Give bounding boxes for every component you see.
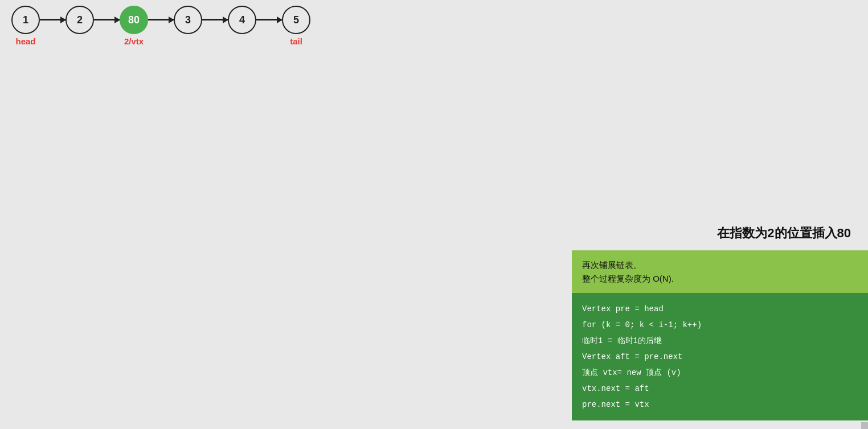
code-line-3: Vertex aft = pre.next: [582, 349, 858, 365]
node-label-node-1: head: [15, 36, 35, 46]
scrollbar-indicator[interactable]: [861, 422, 868, 429]
code-line-0: Vertex pre = head: [582, 301, 858, 317]
arrow-line-2: [148, 19, 174, 20]
code-line-4: 顶点 vtx= new 顶点 (v): [582, 365, 858, 381]
code-line-5: vtx.next = aft: [582, 381, 858, 397]
node-node-1: 1head: [11, 6, 40, 46]
node-label-node-4: [241, 36, 243, 46]
node-circle-node-1: 1: [11, 6, 40, 34]
node-node-5: 5tail: [282, 6, 310, 46]
code-line-1: for (k = 0; k < i-1; k++): [582, 317, 858, 333]
node-label-node-3: [187, 36, 189, 46]
arrow-2: [148, 19, 174, 20]
arrow-line-1: [94, 19, 120, 20]
node-label-node-80: 2/vtx: [124, 36, 144, 46]
node-circle-node-3: 3: [174, 6, 202, 34]
node-label-node-5: tail: [290, 36, 302, 46]
arrow-line-3: [202, 19, 228, 20]
description-box: 再次铺展链表。 整个过程复杂度为 O(N).: [572, 250, 868, 294]
code-line-2: 临时1 = 临时1的后继: [582, 333, 858, 349]
arrow-1: [94, 19, 120, 20]
desc-line-2: 整个过程复杂度为 O(N).: [582, 272, 858, 286]
linked-list: 1head2 802/vtx3 4 5tail: [11, 6, 310, 46]
arrow-3: [202, 19, 228, 20]
node-circle-node-5: 5: [282, 6, 310, 34]
arrow-line-4: [256, 19, 282, 20]
code-line-6: pre.next = vtx: [582, 397, 858, 412]
node-circle-node-80: 80: [120, 6, 148, 34]
desc-line-1: 再次铺展链表。: [582, 258, 858, 272]
node-label-node-2: [79, 36, 81, 46]
node-node-2: 2: [65, 6, 94, 46]
node-circle-node-2: 2: [65, 6, 94, 34]
node-circle-node-4: 4: [228, 6, 256, 34]
node-node-4: 4: [228, 6, 256, 46]
arrow-0: [40, 19, 65, 20]
node-node-80: 802/vtx: [120, 6, 148, 46]
arrow-4: [256, 19, 282, 20]
code-box: Vertex pre = headfor (k = 0; k < i-1; k+…: [572, 293, 868, 420]
node-node-3: 3: [174, 6, 202, 46]
arrow-line-0: [40, 19, 65, 20]
insertion-title: 在指数为2的位置插入80: [717, 225, 851, 242]
